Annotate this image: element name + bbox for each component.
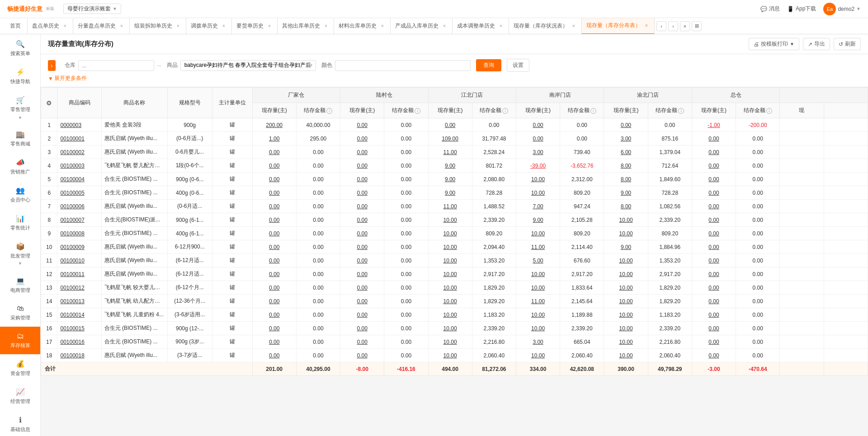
- sidebar-item-retail-mall[interactable]: 🏬 零售商城: [0, 125, 40, 153]
- jiangbei-qty-link[interactable]: 11.00: [443, 203, 457, 210]
- jiangbei-qty-link[interactable]: 10.00: [443, 244, 457, 250]
- tab-group-disassemble-close[interactable]: ×: [175, 23, 181, 29]
- jiangbei-qty-link[interactable]: 10.00: [443, 285, 457, 291]
- factory-qty-link[interactable]: 0.00: [269, 244, 279, 250]
- tab-next-btn[interactable]: ›: [668, 21, 678, 31]
- tab-group-disassemble[interactable]: 组装拆卸单历史 ×: [130, 18, 186, 34]
- lucun-qty-link[interactable]: 0.00: [357, 217, 367, 223]
- lucun-qty-link[interactable]: 0.00: [357, 339, 367, 345]
- export-btn[interactable]: ↗ 导出: [803, 38, 830, 50]
- factory-qty-link[interactable]: 0.00: [269, 163, 279, 169]
- yubei-qty-link[interactable]: 10.00: [619, 312, 633, 318]
- total-qty-link[interactable]: 0.00: [708, 163, 719, 169]
- code-link[interactable]: 00100007: [60, 217, 84, 223]
- tab-inventory-single[interactable]: 盘点单历史 ×: [28, 18, 73, 34]
- code-link[interactable]: 00100009: [60, 244, 84, 250]
- lucun-qty-link[interactable]: 0.00: [357, 122, 367, 128]
- lucun-qty-link[interactable]: 0.00: [357, 176, 367, 183]
- nanan-qty-link[interactable]: 10.00: [531, 230, 545, 237]
- total-qty-link[interactable]: 0.00: [708, 149, 719, 155]
- sidebar-item-ecommerce[interactable]: 💻 电商管理: [0, 271, 40, 299]
- nanan-qty-link[interactable]: 10.00: [531, 271, 545, 277]
- lucun-qty-link[interactable]: 0.00: [357, 136, 367, 142]
- warehouse-more-icon[interactable]: ···: [157, 62, 161, 69]
- expand-more-btn[interactable]: ▼ 展开更多条件: [48, 75, 861, 82]
- yubei-qty-link[interactable]: 3.00: [621, 136, 631, 142]
- sidebar-item-retail[interactable]: 🛒 零售管理 ▲: [0, 90, 40, 125]
- nanan-qty-link[interactable]: 10.00: [531, 325, 545, 332]
- tab-stock-status-close[interactable]: ×: [571, 23, 577, 29]
- code-link[interactable]: 00100008: [60, 230, 84, 237]
- code-link[interactable]: 00100011: [60, 271, 84, 277]
- total-qty-link[interactable]: 0.00: [708, 271, 719, 277]
- yubei-qty-link[interactable]: 0.00: [621, 122, 631, 128]
- factory-qty-link[interactable]: 0.00: [269, 271, 279, 277]
- factory-amt-info-icon[interactable]: i: [326, 108, 332, 114]
- lucun-qty-link[interactable]: 0.00: [357, 203, 367, 210]
- yubei-qty-link[interactable]: 9.00: [621, 244, 631, 250]
- yubei-qty-link[interactable]: 10.00: [619, 217, 633, 223]
- code-link[interactable]: 00100016: [60, 339, 84, 345]
- sidebar-item-marketing[interactable]: 📣 营销推广: [0, 153, 40, 181]
- jiangbei-qty-link[interactable]: 10.00: [443, 352, 457, 359]
- lucun-qty-link[interactable]: 0.00: [357, 244, 367, 250]
- total-qty-link[interactable]: 0.00: [708, 176, 719, 183]
- tab-close-all-btn[interactable]: ×: [680, 21, 690, 31]
- yubei-qty-link[interactable]: 10.00: [619, 230, 633, 237]
- settings-btn[interactable]: 设置: [507, 59, 529, 72]
- factory-qty-link[interactable]: 0.00: [269, 176, 279, 183]
- jiangbei-amt-info-icon[interactable]: i: [502, 108, 508, 114]
- nanan-qty-link[interactable]: 9.00: [533, 217, 543, 223]
- total-qty-link[interactable]: 0.00: [708, 339, 719, 345]
- factory-qty-link[interactable]: 0.00: [269, 149, 279, 155]
- total-qty-link[interactable]: 0.00: [708, 312, 719, 318]
- tab-material-out[interactable]: 材料出库单历史 ×: [334, 18, 391, 34]
- total-qty-link[interactable]: 0.00: [708, 217, 719, 223]
- tab-product-in-close[interactable]: ×: [441, 23, 448, 29]
- lucun-qty-link[interactable]: 0.00: [357, 298, 367, 305]
- tab-prev-btn[interactable]: ‹: [656, 21, 666, 31]
- total-qty-link[interactable]: 0.00: [708, 230, 719, 237]
- nanan-qty-link[interactable]: -39.00: [530, 163, 546, 169]
- code-link[interactable]: 00100004: [60, 176, 84, 183]
- tab-other-out[interactable]: 其他出库单历史 ×: [278, 18, 334, 34]
- tab-transfer-close[interactable]: ×: [221, 23, 227, 29]
- lucun-qty-link[interactable]: 0.00: [357, 163, 367, 169]
- yubei-qty-link[interactable]: 6.00: [621, 149, 631, 155]
- nanan-qty-link[interactable]: 3.00: [533, 149, 543, 155]
- factory-qty-link[interactable]: 0.00: [269, 217, 279, 223]
- sidebar-item-finance[interactable]: 💰 资金管理: [0, 354, 40, 382]
- code-link[interactable]: 00100015: [60, 325, 84, 332]
- tab-cost-adjust-close[interactable]: ×: [498, 23, 504, 29]
- jiangbei-qty-link[interactable]: 9.00: [445, 163, 455, 169]
- jiangbei-qty-link[interactable]: 10.00: [443, 217, 457, 223]
- sidebar-item-quick-nav[interactable]: ⚡ 快捷导航: [0, 62, 40, 90]
- nanan-qty-link[interactable]: 10.00: [531, 190, 545, 196]
- table-settings-icon[interactable]: ⚙: [46, 99, 52, 107]
- jiangbei-qty-link[interactable]: 10.00: [443, 298, 457, 305]
- yubei-qty-link[interactable]: 10.00: [619, 339, 633, 345]
- jiangbei-qty-link[interactable]: 9.00: [445, 176, 455, 183]
- tab-stock-dist-close[interactable]: ×: [643, 23, 650, 29]
- nanan-qty-link[interactable]: 7.00: [533, 203, 543, 210]
- tab-stock-dist[interactable]: 现存量（库存分布表） ×: [582, 18, 655, 34]
- factory-qty-link[interactable]: 0.00: [269, 258, 279, 264]
- lucun-qty-link[interactable]: 0.00: [357, 352, 367, 359]
- total-amt-info-icon[interactable]: i: [766, 108, 772, 114]
- code-link[interactable]: 00100002: [60, 149, 84, 155]
- total-qty-link[interactable]: 0.00: [708, 136, 719, 142]
- yubei-qty-link[interactable]: 9.00: [621, 190, 631, 196]
- jiangbei-qty-link[interactable]: 109.00: [442, 136, 458, 142]
- jiangbei-qty-link[interactable]: 10.00: [443, 325, 457, 332]
- refresh-btn[interactable]: ↺ 刷新: [834, 38, 861, 50]
- factory-qty-link[interactable]: 0.00: [269, 298, 279, 305]
- factory-qty-link[interactable]: 0.00: [269, 190, 279, 196]
- color-input[interactable]: [335, 60, 471, 71]
- sidebar-item-search[interactable]: 🔍 搜索英单: [0, 34, 40, 62]
- code-link[interactable]: 00100013: [60, 298, 84, 305]
- total-qty-link[interactable]: 0.00: [708, 285, 719, 291]
- jiangbei-qty-link[interactable]: 10.00: [443, 258, 457, 264]
- factory-qty-link[interactable]: 0.00: [269, 352, 279, 359]
- nanan-amt-info-icon[interactable]: i: [590, 108, 596, 114]
- product-input[interactable]: [180, 60, 316, 71]
